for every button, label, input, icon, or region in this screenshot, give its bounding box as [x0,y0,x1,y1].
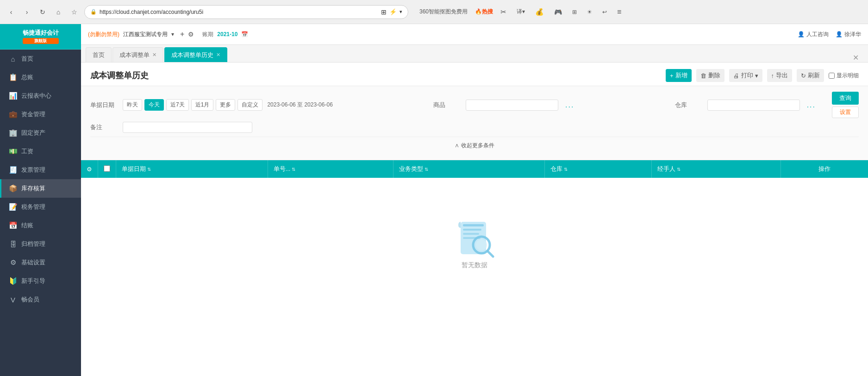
col-date[interactable]: 单据日期 ⇅ [116,160,268,178]
note-filter-input[interactable] [123,122,252,133]
user-menu[interactable]: 👤 徐泽华 [836,31,861,38]
report-icon: 📊 [8,92,18,100]
tab-cost-adjust-label: 成本调整单 [119,51,150,59]
col-number[interactable]: 单号... ⇅ [268,160,393,178]
warehouse-filter-dots[interactable]: ... [807,101,816,109]
game-btn[interactable]: 🎮 [551,7,565,17]
delete-btn[interactable]: 🗑 删除 [696,69,724,82]
print-dropdown-icon: ▾ [755,72,758,79]
reload-button[interactable]: ↻ [36,6,49,19]
grid-btn[interactable]: ⊞ [569,7,580,17]
dropdown-arrow: ▾ [400,9,402,15]
translate-btn[interactable]: 译▾ [514,6,528,17]
sidebar-home-label: 首页 [21,55,33,63]
sidebar-item-tax[interactable]: 📝 税务管理 [0,198,81,216]
guide-icon: 🔰 [8,277,18,285]
sidebar-item-archive[interactable]: 🗄 归档管理 [0,235,81,253]
collapse-btn[interactable]: ∧ 收起更多条件 [450,139,499,152]
service-btn[interactable]: 👤 人工咨询 [798,31,829,38]
inventory-icon: 📦 [8,184,18,193]
sun-btn[interactable]: ☀ [584,7,595,17]
col-settings[interactable]: ⚙ [81,160,98,178]
date-sort-icon: ⇅ [147,167,151,172]
company-name: 江西服宝测试专用 [123,31,168,38]
calendar-icon[interactable]: 📅 [241,31,248,38]
lightning-icon: ⚡ [389,8,397,15]
settings-filter-btn[interactable]: 设置 [832,107,859,118]
sidebar-item-home[interactable]: ⌂ 首页 [0,50,81,68]
sidebar-ledger-label: 总账 [21,73,33,81]
close-all-tabs-btn[interactable]: ✕ [848,53,863,62]
sidebar: 畅捷通好会计 旗舰版 ⌂ 首页 📋 总账 📊 云报表中心 💼 资金管理 � [0,24,81,376]
user-avatar-icon: 👤 [836,31,843,38]
product-filter-input[interactable] [466,100,558,111]
undo-btn[interactable]: ↩ [599,7,610,17]
table-container: ⚙ 单据日期 ⇅ [81,160,868,307]
select-all-checkbox[interactable] [104,165,110,172]
preset-7days[interactable]: 近7天 [166,99,189,111]
product-filter-dots[interactable]: ... [565,101,574,109]
home-button[interactable]: ⌂ [52,6,65,19]
empty-state: 暂无数据 [81,178,868,307]
address-bar[interactable]: 🔒 https://cloud.chanjet.com/accounting/u… [84,5,408,19]
assets-icon: 🏢 [8,129,18,137]
date-filter-label: 单据日期 [90,101,116,109]
sidebar-tax-label: 税务管理 [21,203,45,211]
sidebar-report-label: 云报表中心 [21,92,51,100]
preset-yesterday[interactable]: 昨天 [123,99,142,111]
new-btn[interactable]: + 新增 [666,69,692,82]
svg-line-7 [487,251,493,257]
col-warehouse[interactable]: 仓库 ⇅ [545,160,652,178]
refresh-btn[interactable]: ↻ 刷新 [797,69,824,82]
preset-today[interactable]: 今天 [144,99,164,111]
tab-cost-adjust[interactable]: 成本调整单 ✕ [112,47,163,62]
ledger-icon: 📋 [8,73,18,81]
biz-type-sort-icon: ⇅ [425,167,428,172]
sidebar-item-fund[interactable]: 💼 资金管理 [0,105,81,124]
forward-button[interactable]: › [20,6,33,19]
tab-cost-adjust-close[interactable]: ✕ [152,52,156,58]
sidebar-item-settings[interactable]: ⚙ 基础设置 [0,253,81,272]
sidebar-item-vip[interactable]: V 畅会员 [0,290,81,309]
page-title: 成本调整单历史 [90,70,149,81]
sidebar-item-closing[interactable]: 📅 结账 [0,216,81,235]
operator-sort-icon: ⇅ [677,167,681,172]
show-cols-checkbox[interactable] [829,73,835,79]
sidebar-item-report[interactable]: 📊 云报表中心 [0,87,81,105]
tab-cost-adjust-history-close[interactable]: ✕ [216,52,220,58]
table-header: ⚙ 单据日期 ⇅ [81,160,868,178]
query-btn[interactable]: 查询 [832,92,859,105]
search-360-btn[interactable]: 360智能抠图免费用 [417,6,470,17]
warehouse-filter-input[interactable] [707,100,800,111]
print-btn[interactable]: 🖨 打印 ▾ [729,69,762,82]
sidebar-item-ledger[interactable]: 📋 总账 [0,68,81,87]
preset-1month[interactable]: 近1月 [191,99,214,111]
wallet-btn[interactable]: 💰 [532,6,547,18]
empty-text: 暂无数据 [462,261,487,269]
username-text: 徐泽华 [844,31,861,38]
sidebar-payroll-label: 工资 [21,147,33,156]
show-cols-label: 显示明细 [829,72,859,80]
sidebar-item-invoice[interactable]: 🧾 发票管理 [0,161,81,179]
star-button[interactable]: ☆ [68,6,81,19]
scissors-btn[interactable]: ✂ [498,6,509,18]
tab-cost-adjust-history[interactable]: 成本调整单历史 ✕ [164,47,227,62]
col-operator[interactable]: 经手人 ⇅ [652,160,781,178]
back-button[interactable]: ‹ [5,6,18,19]
col-biz-type[interactable]: 业务类型 ⇅ [393,160,545,178]
print-icon: 🖨 [733,72,739,79]
sidebar-item-assets[interactable]: 🏢 固定资产 [0,124,81,142]
settings-icon-top[interactable]: ⚙ [188,31,194,38]
preset-custom[interactable]: 自定义 [237,99,262,111]
sidebar-item-guide[interactable]: 🔰 新手引导 [0,272,81,290]
tab-home[interactable]: 首页 [86,47,112,62]
page-area: 成本调整单历史 + 新增 🗑 删除 🖨 打印 ▾ [81,63,868,376]
add-icon[interactable]: + [180,30,184,38]
more-btn[interactable]: ≡ [614,6,624,18]
preset-more[interactable]: 更多 [216,99,235,111]
dropdown-btn[interactable]: ▾ [171,31,174,38]
sidebar-item-inventory[interactable]: 📦 库存核算 [0,179,81,198]
export-btn[interactable]: ↑ 导出 [767,69,793,82]
sidebar-invoice-label: 发票管理 [21,166,45,174]
sidebar-item-payroll[interactable]: 💵 工资 [0,142,81,161]
